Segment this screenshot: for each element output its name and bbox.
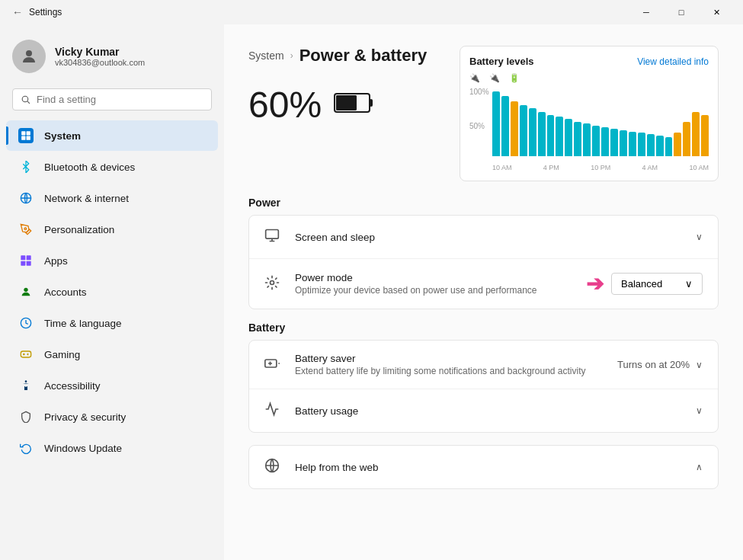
sidebar-item-time[interactable]: Time & language [6, 308, 218, 338]
screen-icon [264, 228, 283, 246]
back-button[interactable]: ← [12, 6, 23, 18]
power-mode-label: Power mode [295, 272, 586, 283]
screen-sleep-row[interactable]: Screen and sleep ∨ [249, 216, 718, 259]
search-box[interactable] [12, 88, 212, 110]
sidebar-item-personalization[interactable]: Personalization [6, 214, 218, 245]
chart-bar [601, 127, 609, 156]
sidebar-item-label-bluetooth: Bluetooth & devices [44, 162, 135, 173]
x-label-2: 4 PM [543, 164, 559, 171]
svg-line-2 [27, 101, 30, 104]
battery-saver-chevron: ∨ [696, 360, 703, 370]
y-label-100: 100% [469, 88, 489, 96]
chart-bar [556, 117, 563, 156]
titlebar: ← Settings ─ □ ✕ [0, 0, 743, 24]
dropdown-value: Balanced [621, 278, 662, 290]
battery-saver-status: Turns on at 20% [617, 359, 690, 370]
svg-point-22 [271, 280, 274, 284]
power-mode-sublabel: Optimize your device based on power use … [295, 285, 586, 296]
time-icon [18, 315, 34, 331]
svg-point-13 [24, 288, 27, 292]
chart-bar [629, 132, 636, 156]
svg-rect-20 [336, 95, 357, 110]
dropdown-chevron: ∨ [685, 278, 693, 290]
accessibility-icon [18, 378, 34, 393]
chart-x-labels: 10 AM 4 PM 10 PM 4 AM 10 AM [492, 164, 709, 171]
sidebar-item-privacy[interactable]: Privacy & security [6, 402, 218, 432]
chart-bar [701, 115, 709, 156]
sidebar-item-label-accessibility: Accessibility [44, 380, 101, 392]
sidebar-item-accessibility[interactable]: Accessibility [6, 370, 218, 401]
chart-link[interactable]: View detailed info [637, 56, 709, 67]
sidebar-item-accounts[interactable]: Accounts [6, 277, 218, 307]
chart-bars [492, 88, 709, 156]
battery-section: Battery Battery saver Extend battery lif… [248, 322, 719, 433]
user-section[interactable]: Vicky Kumar vk304836@outlook.com [0, 30, 224, 85]
power-mode-dropdown[interactable]: Balanced ∨ [611, 273, 703, 295]
svg-point-8 [24, 228, 27, 230]
power-mode-icon [264, 275, 283, 293]
bluetooth-icon [18, 159, 34, 174]
sidebar-item-windows-update[interactable]: Windows Update [6, 433, 218, 463]
svg-point-16 [25, 380, 27, 382]
app-title: Settings [29, 7, 62, 18]
sidebar-item-system[interactable]: System [6, 120, 218, 151]
help-section: Help from the web ∧ [248, 445, 719, 489]
sidebar-item-label-time: Time & language [44, 318, 122, 329]
battery-usage-label: Battery usage [295, 405, 696, 417]
sidebar-item-bluetooth[interactable]: Bluetooth & devices [6, 152, 218, 182]
help-web-icon [264, 458, 283, 476]
breadcrumb-parent[interactable]: System [248, 50, 284, 62]
power-mode-row[interactable]: Power mode Optimize your device based on… [249, 259, 718, 309]
sidebar-item-label-windows-update: Windows Update [44, 443, 122, 454]
chart-bar [610, 129, 618, 156]
arrow-annotation: ➔ [586, 271, 604, 296]
chart-bar [656, 136, 664, 156]
sidebar-item-gaming[interactable]: Gaming [6, 339, 218, 370]
power-mode-right: ➔ Balanced ∨ [586, 271, 703, 296]
chart-icon-plug: 🔌 [469, 73, 480, 83]
svg-point-0 [26, 50, 32, 56]
chart-bar [674, 133, 681, 157]
chart-bar [683, 122, 690, 156]
chart-bar [520, 105, 527, 157]
chart-icon-battery: 🔋 [509, 73, 520, 83]
help-web-right: ∧ [696, 462, 703, 472]
chart-title: Battery levels [469, 56, 534, 67]
sidebar-item-network[interactable]: Network & internet [6, 183, 218, 213]
battery-usage-row[interactable]: Battery usage ∨ [249, 389, 718, 432]
battery-saver-row[interactable]: Battery saver Extend battery life by lim… [249, 341, 718, 389]
minimize-button[interactable]: ─ [629, 0, 664, 24]
chart-y-labels: 100% 50% [469, 88, 489, 156]
gaming-icon [18, 347, 34, 362]
system-icon [18, 128, 34, 143]
network-icon [18, 190, 34, 206]
svg-rect-3 [21, 131, 25, 135]
svg-rect-6 [27, 136, 30, 140]
chart-bar [638, 133, 645, 156]
battery-saver-content: Battery saver Extend battery life by lim… [295, 353, 617, 376]
sidebar-item-label-privacy: Privacy & security [44, 411, 126, 423]
user-name: Vicky Kumar [55, 46, 145, 58]
chart-bar [583, 123, 591, 156]
battery-percentage: 60% [248, 84, 322, 126]
chart-bar [620, 130, 627, 156]
svg-rect-4 [27, 131, 30, 135]
user-email: vk304836@outlook.com [55, 58, 145, 67]
chart-area: 100% 50% 10 AM 4 PM 10 PM 4 AM 10 AM [469, 88, 709, 171]
battery-saver-sublabel: Extend battery life by limiting some not… [295, 366, 617, 376]
maximize-button[interactable]: □ [664, 0, 699, 24]
battery-section-title: Battery [248, 322, 719, 334]
nav-menu: System Bluetooth & devices Network [0, 120, 224, 464]
titlebar-left: ← Settings [12, 6, 62, 18]
battery-chart: Battery levels View detailed info 🔌 🔌 🔋 … [460, 46, 719, 181]
screen-sleep-label: Screen and sleep [295, 232, 696, 243]
search-input[interactable] [37, 94, 203, 105]
app-body: Vicky Kumar vk304836@outlook.com [0, 24, 743, 560]
window-controls: ─ □ ✕ [629, 0, 734, 24]
close-button[interactable]: ✕ [699, 0, 734, 24]
sidebar-item-label-personalization: Personalization [44, 224, 114, 235]
sidebar-item-apps[interactable]: Apps [6, 245, 218, 276]
help-web-row[interactable]: Help from the web ∧ [249, 446, 718, 488]
chart-bar [574, 122, 581, 156]
x-label-1: 10 AM [492, 164, 512, 171]
